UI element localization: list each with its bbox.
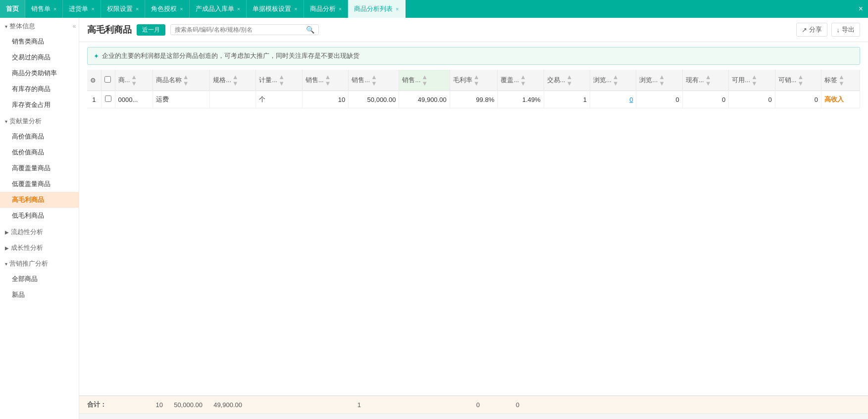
row-spec <box>209 91 255 108</box>
group-arrow-growth: ▶ <box>5 245 9 251</box>
table-header-row: ⚙ 商... ▲▼ 商品名称 <box>87 70 860 91</box>
close-tab-analysis[interactable]: × <box>339 6 342 12</box>
sort-arrows-spec[interactable]: ▲▼ <box>232 74 239 87</box>
row-sales-cost: 49,900.00 <box>399 91 450 108</box>
sidebar-item-traded-goods[interactable]: 交易过的商品 <box>0 49 79 65</box>
sort-arrows-trade[interactable]: ▲▼ <box>566 74 572 87</box>
footer-current-stock: 0 <box>443 401 483 409</box>
row-coverage: 1.49% <box>498 91 544 108</box>
footer-sales-qty: 10 <box>136 401 166 409</box>
sort-arrows-coverage[interactable]: ▲▼ <box>520 74 526 87</box>
footer-trade: 1 <box>324 401 364 409</box>
col-tag: 标签 ▲▼ <box>821 70 860 91</box>
sort-arrows-sellable-stock[interactable]: ▲▼ <box>797 74 804 87</box>
sort-arrows-sales-cost[interactable]: ▲▼ <box>421 74 428 87</box>
sidebar-item-all-goods[interactable]: 全部商品 <box>0 271 79 287</box>
sidebar-item-sales-goods[interactable]: 销售类商品 <box>0 34 79 49</box>
sidebar-item-low-margin[interactable]: 低毛利商品 <box>0 208 79 224</box>
sidebar-item-high-margin[interactable]: 高毛利商品 <box>0 192 79 208</box>
row-available-stock: 0 <box>729 91 775 108</box>
nav-tab-home[interactable]: 首页 <box>0 0 25 18</box>
close-tab-sales[interactable]: × <box>53 6 56 12</box>
sidebar-item-high-value[interactable]: 高价值商品 <box>0 129 79 144</box>
sidebar: « ▾ 整体信息 销售类商品 交易过的商品 商品分类助销率 有库存的商品 库存资… <box>0 18 79 419</box>
nav-tab-analysis-list[interactable]: 商品分析列表 × <box>348 0 405 18</box>
footer-available-stock: 0 <box>483 401 522 409</box>
nav-tab-product-inbound[interactable]: 产成品入库单 × <box>190 0 247 18</box>
row-current-stock: 0 <box>682 91 728 108</box>
col-available-stock: 可用... ▲▼ <box>729 70 775 91</box>
sort-arrows-name[interactable]: ▲▼ <box>183 74 189 87</box>
sidebar-item-stock-capital[interactable]: 库存资金占用 <box>0 97 79 113</box>
search-input[interactable] <box>175 26 306 33</box>
close-tab-purchase[interactable]: × <box>91 6 94 12</box>
sidebar-group-contribution[interactable]: ▾ 贡献量分析 <box>0 113 79 129</box>
sort-arrows-sales-amount[interactable]: ▲▼ <box>371 74 377 87</box>
data-table: ⚙ 商... ▲▼ 商品名称 <box>87 70 860 108</box>
nav-tab-analysis[interactable]: 商品分析 × <box>304 0 348 18</box>
close-all-tabs[interactable]: × <box>854 4 868 13</box>
row-gross-margin: 99.8% <box>450 91 498 108</box>
sidebar-group-growth[interactable]: ▶ 成长性分析 <box>0 239 79 255</box>
row-sales-amount: 50,000.00 <box>349 91 399 108</box>
row-tag: 高收入 <box>821 91 860 108</box>
info-banner: ✦ 企业的主要的利润都是这部分商品创造的，可考虑加大推广，同时关注库存是不要出现… <box>87 47 860 65</box>
info-icon: ✦ <box>94 52 99 60</box>
sidebar-item-new-goods[interactable]: 新品 <box>0 287 79 303</box>
sidebar-item-low-value[interactable]: 低价值商品 <box>0 144 79 160</box>
row-view1[interactable]: 0 <box>590 91 636 108</box>
close-tab-template[interactable]: × <box>294 6 297 12</box>
sidebar-group-trend[interactable]: ▶ 流趋性分析 <box>0 224 79 239</box>
sidebar-item-category-rate[interactable]: 商品分类助销率 <box>0 65 79 81</box>
nav-tab-permissions[interactable]: 权限设置 × <box>101 0 145 18</box>
nav-tab-purchase[interactable]: 进货单 × <box>63 0 101 18</box>
col-settings[interactable]: ⚙ <box>87 70 101 91</box>
sort-arrows-view2[interactable]: ▲▼ <box>659 74 665 87</box>
row-sku-code: 0000... <box>115 91 153 108</box>
select-all-checkbox[interactable] <box>104 76 111 83</box>
sidebar-collapse-button[interactable]: « <box>70 22 79 31</box>
share-button[interactable]: ↗ 分享 <box>796 23 827 37</box>
content-area: 高毛利商品 近一月 🔍 ↗ 分享 ↓ 导出 ✦ 企业的主要的利润都是这部分商品创… <box>79 18 868 419</box>
sort-arrows-current-stock[interactable]: ▲▼ <box>705 74 712 87</box>
close-tab-role[interactable]: × <box>180 6 183 12</box>
horizontal-scrollbar[interactable] <box>79 413 868 419</box>
group-arrow-overall: ▾ <box>5 24 7 29</box>
nav-tab-role[interactable]: 角色授权 × <box>145 0 189 18</box>
sort-arrows-unit[interactable]: ▲▼ <box>278 74 285 87</box>
close-tab-product-inbound[interactable]: × <box>237 6 240 12</box>
sort-arrows-tag[interactable]: ▲▼ <box>838 74 845 87</box>
footer-sales-amount: 50,000.00 <box>166 401 205 409</box>
sort-arrows-sku[interactable]: ▲▼ <box>131 74 137 87</box>
sort-arrows-view1[interactable]: ▲▼ <box>613 74 619 87</box>
settings-icon[interactable]: ⚙ <box>90 77 96 84</box>
col-sales-qty: 销售... ▲▼ <box>302 70 348 91</box>
row-checkbox[interactable] <box>105 95 111 102</box>
search-icon[interactable]: 🔍 <box>306 26 314 34</box>
footer-spacer2 <box>364 401 443 409</box>
nav-tab-template[interactable]: 单据模板设置 × <box>247 0 304 18</box>
col-trade: 交易... ▲▼ <box>544 70 590 91</box>
nav-tab-sales[interactable]: 销售单 × <box>25 0 63 18</box>
sidebar-item-high-coverage[interactable]: 高覆盖量商品 <box>0 160 79 176</box>
close-tab-analysis-list[interactable]: × <box>396 6 399 12</box>
share-icon: ↗ <box>802 26 807 34</box>
footer-label: 合计： <box>87 400 106 409</box>
sort-arrows-sales-qty[interactable]: ▲▼ <box>325 74 331 87</box>
row-index: 1 <box>87 91 101 108</box>
top-navigation: 首页 销售单 × 进货单 × 权限设置 × 角色授权 × 产成品入库单 × 单据… <box>0 0 868 18</box>
col-spec: 规格... ▲▼ <box>209 70 255 91</box>
sidebar-item-low-coverage[interactable]: 低覆盖量商品 <box>0 176 79 192</box>
row-sales-qty: 10 <box>302 91 348 108</box>
sort-arrows-available-stock[interactable]: ▲▼ <box>751 74 758 87</box>
filter-recent-month[interactable]: 近一月 <box>137 24 165 36</box>
sidebar-group-overall[interactable]: ▾ 整体信息 <box>0 18 79 34</box>
group-arrow-contribution: ▾ <box>5 119 7 124</box>
close-tab-permissions[interactable]: × <box>136 6 139 12</box>
export-button[interactable]: ↓ 导出 <box>831 23 861 37</box>
sort-arrows-margin[interactable]: ▲▼ <box>473 74 480 87</box>
sidebar-item-in-stock[interactable]: 有库存的商品 <box>0 81 79 97</box>
col-checkbox[interactable] <box>101 70 115 91</box>
sidebar-group-marketing[interactable]: ▾ 营销推广分析 <box>0 255 79 271</box>
row-checkbox-cell[interactable] <box>101 91 115 108</box>
